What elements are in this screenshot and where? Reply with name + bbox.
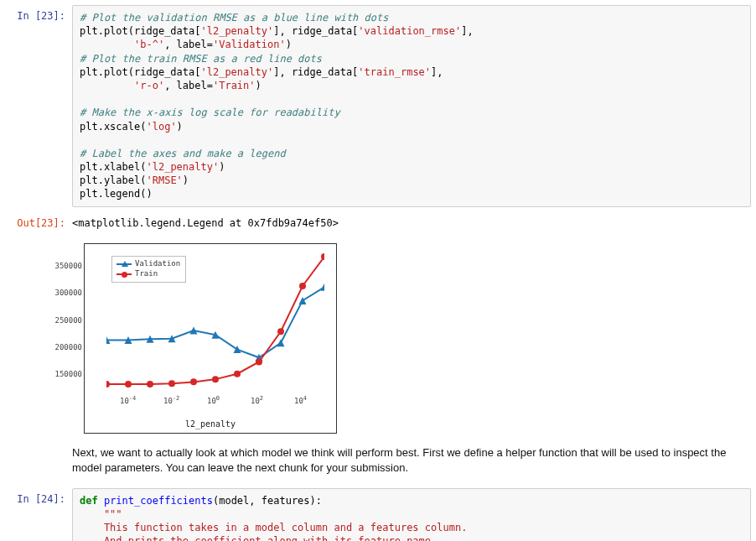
svg-point-13 xyxy=(147,381,153,388)
plot-frame: Validation Train 10-410-2100102104 xyxy=(84,243,337,434)
code-cell-24: In [24]: def print_coefficients(model, f… xyxy=(5,488,751,541)
code-text xyxy=(80,80,134,91)
figure-output: RMSE 150000200000250000300000350000 xyxy=(72,235,751,434)
code-docstring: And prints the coefficient along with it… xyxy=(80,535,437,541)
code-text: ) xyxy=(256,80,261,91)
code-input-24[interactable]: def print_coefficients(model, features):… xyxy=(72,488,751,541)
legend-item-validation: Validation xyxy=(117,259,180,269)
code-keyword: def xyxy=(80,495,98,507)
svg-point-17 xyxy=(234,371,241,377)
x-tick-label: 10-4 xyxy=(120,395,136,407)
code-text: ], ridge_data[ xyxy=(273,66,358,78)
x-axis-label: l2_penalty xyxy=(85,407,336,433)
markdown-cell: Next, we want to actually look at which … xyxy=(5,442,751,482)
y-tick-label: 250000 xyxy=(49,316,82,326)
code-cell-23: In [23]: # Plot the validation RMSE as a… xyxy=(5,5,751,207)
code-text xyxy=(80,39,134,50)
chart-legend: Validation Train xyxy=(111,256,186,283)
svg-point-18 xyxy=(256,359,262,366)
code-text: ], ridge_data[ xyxy=(273,25,358,37)
triangle-icon xyxy=(122,261,128,267)
code-string: 'Validation' xyxy=(213,39,286,50)
code-text: plt.xlabel( xyxy=(80,161,146,173)
code-text: , label= xyxy=(164,80,213,91)
code-text: ) xyxy=(219,161,225,173)
code-text: ) xyxy=(286,39,292,50)
svg-point-11 xyxy=(106,381,110,388)
svg-point-14 xyxy=(168,381,175,388)
code-comment: # Plot the train RMSE as a red line dots xyxy=(80,53,322,65)
output-cell-23-text: Out[23]: <matplotlib.legend.Legend at 0x… xyxy=(5,212,751,231)
code-text: plt.plot(ridge_data[ xyxy=(80,25,201,37)
code-text: , label= xyxy=(164,39,213,50)
code-text: ) xyxy=(183,174,189,186)
output-prompt-23: Out[23]: xyxy=(5,212,72,230)
code-string: 'l2_penalty' xyxy=(146,161,219,173)
y-tick-label: 300000 xyxy=(49,289,82,299)
svg-point-20 xyxy=(299,283,306,289)
code-comment: # Make the x-axis log scale for readabil… xyxy=(80,107,340,118)
x-tick-label: 104 xyxy=(294,395,307,407)
prompt-spacer xyxy=(5,442,72,447)
code-docstring: """ xyxy=(80,508,122,520)
svg-point-19 xyxy=(277,328,284,335)
code-string: 'RMSE' xyxy=(146,174,182,186)
code-comment: # Label the axes and make a legend xyxy=(80,148,286,159)
code-string: 'r-o' xyxy=(134,80,164,91)
legend-item-train: Train xyxy=(117,269,180,279)
code-string: 'log' xyxy=(146,121,176,133)
y-tick-label: 350000 xyxy=(49,262,82,272)
code-text: plt.xscale( xyxy=(80,121,146,133)
y-tick-label: 150000 xyxy=(49,370,82,380)
rmse-chart: RMSE 150000200000250000300000350000 xyxy=(72,243,751,434)
code-string: 'l2_penalty' xyxy=(201,66,274,78)
y-tick-label: 200000 xyxy=(49,343,82,353)
code-text: ], xyxy=(461,25,473,37)
output-cell-23-figure: RMSE 150000200000250000300000350000 xyxy=(5,235,751,434)
x-tick-label: 102 xyxy=(251,395,263,407)
x-tick-label: 100 xyxy=(207,395,220,407)
code-docstring: This function takes in a model column an… xyxy=(80,522,467,533)
code-funcname: print_coefficients xyxy=(98,495,213,507)
legend-label: Validation xyxy=(135,259,180,269)
svg-point-21 xyxy=(321,253,324,260)
svg-point-16 xyxy=(212,376,219,382)
plot-region: Validation Train xyxy=(106,251,324,392)
code-text: ) xyxy=(177,121,183,133)
x-tick-label: 10-2 xyxy=(163,395,179,407)
code-string: 'l2_penalty' xyxy=(201,25,274,37)
markdown-text: Next, we want to actually look at which … xyxy=(72,442,751,482)
code-input-23[interactable]: # Plot the validation RMSE as a blue lin… xyxy=(72,5,751,207)
code-string: 'validation_rmse' xyxy=(358,25,461,37)
svg-point-15 xyxy=(190,379,197,386)
x-axis-ticks: 10-410-2100102104 xyxy=(106,395,324,407)
input-prompt-24: In [24]: xyxy=(5,488,72,506)
circle-icon xyxy=(122,272,127,278)
code-text: plt.plot(ridge_data[ xyxy=(80,66,201,78)
output-repr-23: <matplotlib.legend.Legend at 0x7fdb9a74e… xyxy=(72,212,751,231)
svg-marker-8 xyxy=(277,340,285,347)
code-string: 'Train' xyxy=(213,80,256,91)
code-string: 'b-^' xyxy=(134,39,164,50)
code-text: plt.legend() xyxy=(80,188,153,200)
code-comment: # Plot the validation RMSE as a blue lin… xyxy=(80,12,388,23)
legend-label: Train xyxy=(135,269,158,279)
code-string: 'train_rmse' xyxy=(358,66,431,78)
jupyter-notebook: In [23]: # Plot the validation RMSE as a… xyxy=(0,0,756,541)
output-prompt-spacer xyxy=(5,235,72,240)
code-text: plt.ylabel( xyxy=(80,174,146,186)
svg-point-12 xyxy=(125,381,132,388)
input-prompt-23: In [23]: xyxy=(5,5,72,23)
code-text: ], xyxy=(431,66,443,78)
code-text: (model, features): xyxy=(213,495,322,507)
